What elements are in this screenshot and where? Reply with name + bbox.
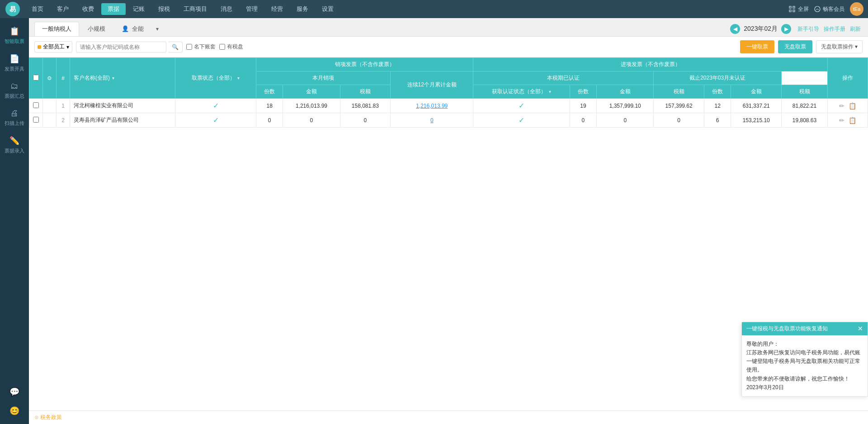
has-tax-disk-checkbox[interactable]	[219, 44, 225, 50]
row1-detail-icon[interactable]: 📋	[849, 102, 856, 110]
nav-fee[interactable]: 收费	[76, 3, 100, 15]
cert-filter-icon[interactable]: ▾	[549, 89, 551, 94]
col-sales-tax: 税额	[340, 85, 391, 99]
no-disk-ops-btn[interactable]: 无盘取票操作 ▾	[816, 40, 863, 53]
nav-customer[interactable]: 客户	[51, 3, 75, 15]
period-prev-btn[interactable]: ◀	[730, 24, 740, 34]
row2-edit-icon[interactable]: ✏	[839, 117, 844, 124]
row1-checkbox[interactable]	[29, 99, 43, 113]
col-settings-header: ⚙	[43, 58, 57, 99]
col-group-input: 进项发票（不含作废票）	[473, 58, 828, 71]
has-tax-disk-label[interactable]: 有税盘	[219, 43, 243, 51]
row2-detail-icon[interactable]: 📋	[849, 117, 856, 124]
notification-close-btn[interactable]: ✕	[858, 325, 863, 332]
tax-policy-link[interactable]: ⊙ 税务政策	[34, 414, 62, 421]
nav-service[interactable]: 服务	[290, 3, 315, 15]
col-cert-icon: 获取认证状态（全部） ▾	[473, 85, 570, 99]
nav-business[interactable]: 工商项目	[177, 3, 213, 15]
tab-all[interactable]: 👤 全能	[114, 22, 151, 36]
sidebar-item-summary[interactable]: 🗂 票据汇总	[2, 78, 27, 103]
tab-general-taxpayer[interactable]: 一般纳税人	[34, 22, 79, 36]
scan-upload-icon: 🖨	[10, 109, 19, 118]
sidebar-bottom: 💬 😊	[2, 383, 27, 424]
sidebar-label-ticket-entry: 票据录入	[5, 148, 24, 154]
row2-input-amount: 0	[597, 113, 654, 128]
customer-filter-icon[interactable]: ▾	[112, 76, 114, 81]
row1-sales-count: 18	[256, 99, 283, 113]
col-checkbox-header	[29, 58, 43, 99]
search-button[interactable]: 🔍	[168, 42, 183, 52]
row2-settings	[43, 113, 57, 128]
nav-home[interactable]: 首页	[25, 3, 50, 15]
notification-content: 尊敬的用户：江苏政务网已恢复访问电子税务局功能，易代账一键登陆电子税务局与无盘取…	[746, 340, 863, 392]
nav-operation[interactable]: 经营	[265, 3, 289, 15]
fullscreen-btn[interactable]: 全屏	[789, 5, 808, 13]
settings-icon[interactable]: ⚙	[47, 75, 52, 81]
tab-more-dropdown[interactable]: ▾	[152, 24, 162, 34]
sidebar-label-invoice-open: 发票开具	[5, 66, 24, 72]
new-guide-btn[interactable]: 新手引导	[797, 25, 819, 33]
sidebar-item-user[interactable]: 😊	[2, 402, 27, 419]
check-account-label[interactable]: 名下账套	[186, 43, 216, 51]
invoice-open-icon: 📄	[9, 54, 19, 64]
nav-settings[interactable]: 设置	[316, 3, 340, 15]
sidebar-label-summary: 票据汇总	[5, 93, 24, 100]
top-navigation: 易 首页 客户 收费 票据 记账 报税 工商项目 消息 管理 经营 服务 设置 …	[0, 0, 868, 18]
sidebar-item-smart-ticket[interactable]: 📋 智能取票	[2, 23, 27, 48]
status-filter-icon[interactable]: ▾	[237, 76, 240, 81]
sidebar-item-invoice-open[interactable]: 📄 发票开具	[2, 50, 27, 76]
user-icon: 😊	[9, 406, 19, 416]
tab-small-scale[interactable]: 小规模	[80, 22, 113, 36]
row1-sales-amount: 1,216,013.99	[283, 99, 340, 113]
one-click-btn[interactable]: 一键取票	[740, 40, 774, 53]
row2-cert-icon: ✓	[519, 116, 524, 124]
period-next-btn[interactable]: ▶	[781, 24, 791, 34]
row2-cumulative[interactable]: 0	[391, 113, 473, 128]
col-input-count: 份数	[570, 85, 596, 99]
row2-input-tax: 0	[654, 113, 704, 128]
row2-checkbox[interactable]	[29, 113, 43, 128]
left-sidebar: 📋 智能取票 📄 发票开具 🗂 票据汇总 🖨 扫描上传 ✏️ 票据录入 💬 😊	[0, 18, 29, 424]
header-row-1: ⚙ # 客户名称(全部) ▾ 取票状态（全部） ▾ 销项发票（不含作废票） 进项…	[29, 58, 868, 71]
row2-cert-status: ✓	[473, 113, 570, 128]
user-avatar[interactable]: tEa	[850, 2, 863, 16]
col-cumulative-header: 连续12个月累计金额	[391, 71, 473, 99]
row1-cumulative[interactable]: 1,216,013.99	[391, 99, 473, 113]
sidebar-label-scan-upload: 扫描上传	[5, 120, 24, 127]
row1-actions: ✏ 📋	[828, 99, 868, 113]
sidebar-item-scan-upload[interactable]: 🖨 扫描上传	[2, 105, 27, 130]
col-customer-header: 客户名称(全部) ▾	[70, 58, 175, 99]
row1-uncert-tax: 81,822.21	[782, 99, 828, 113]
nav-invoice[interactable]: 票据	[101, 3, 126, 15]
svg-rect-5	[793, 10, 795, 12]
search-input[interactable]	[76, 42, 166, 52]
refresh-btn[interactable]: 刷新	[850, 25, 861, 33]
sidebar-item-ticket-entry[interactable]: ✏️ 票据录入	[2, 132, 27, 158]
employee-select[interactable]: 全部员工 ▾	[34, 41, 72, 52]
nav-accounting[interactable]: 记账	[127, 3, 151, 15]
col-input-amount: 金额	[597, 85, 654, 99]
manual-btn[interactable]: 操作手册	[824, 25, 845, 33]
no-disk-btn[interactable]: 无盘取票	[778, 40, 812, 53]
main-layout: 📋 智能取票 📄 发票开具 🗂 票据汇总 🖨 扫描上传 ✏️ 票据录入 💬 😊	[0, 18, 868, 424]
row2-uncert-count: 6	[704, 113, 731, 128]
col-input-tax: 税额	[654, 85, 704, 99]
smart-ticket-icon: 📋	[9, 26, 19, 36]
select-all-checkbox[interactable]	[33, 75, 39, 81]
nav-message[interactable]: 消息	[214, 3, 239, 15]
invoice-table: ⚙ # 客户名称(全部) ▾ 取票状态（全部） ▾ 销项发票（不含作废票） 进项…	[29, 57, 868, 128]
nav-tax[interactable]: 报税	[152, 3, 176, 15]
sidebar-item-chat[interactable]: 💬	[2, 383, 27, 400]
col-certified-header: 本税期已认证	[473, 71, 654, 85]
svg-rect-3	[793, 6, 795, 8]
col-uncert-tax: 税额	[782, 85, 828, 99]
footer-bar: ⊙ 税务政策	[29, 410, 868, 424]
member-btn[interactable]: 畅客会员	[814, 5, 844, 13]
employee-label: 全部员工	[43, 43, 65, 51]
col-sales-count: 份数	[256, 85, 283, 99]
employee-dropdown-icon: ▾	[66, 44, 69, 50]
nav-manage[interactable]: 管理	[240, 3, 264, 15]
check-account-checkbox[interactable]	[186, 44, 192, 50]
row1-edit-icon[interactable]: ✏	[839, 102, 844, 110]
notification-header: 一键报税与无盘取票功能恢复通知 ✕	[742, 322, 868, 335]
